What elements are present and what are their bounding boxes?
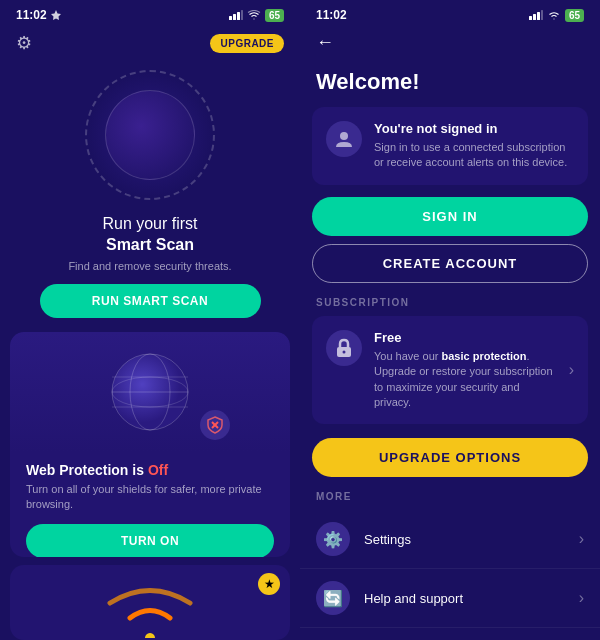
scan-section: Run your first Smart Scan Find and remov… (0, 60, 300, 332)
right-wifi-icon (547, 10, 561, 20)
left-time: 11:02 (16, 8, 47, 22)
scan-circle (85, 70, 215, 200)
menu-item-about[interactable]: 🛡️ About › (300, 628, 600, 640)
svg-rect-0 (229, 16, 232, 20)
web-protection-desc: Turn on all of your shields for safer, m… (26, 482, 274, 513)
help-icon: 🔄 (316, 581, 350, 615)
subscription-tier: Free (374, 330, 557, 345)
right-battery: 65 (565, 9, 584, 22)
menu-item-settings[interactable]: ⚙️ Settings › (300, 510, 600, 569)
subscription-chevron: › (569, 361, 574, 379)
more-section-label: MORE (300, 491, 600, 510)
subscription-section-label: SUBSCRIPTION (300, 297, 600, 316)
left-status-left: 11:02 (16, 8, 61, 22)
scan-subtitle: Find and remove security threats. (20, 260, 280, 272)
create-account-button[interactable]: CREATE ACCOUNT (312, 244, 588, 283)
menu-chevron: › (579, 589, 584, 607)
left-header: ⚙ UPGRADE (0, 26, 300, 60)
globe-container (10, 332, 290, 452)
scan-title: Run your first Smart Scan (20, 214, 280, 256)
upgrade-button[interactable]: UPGRADE (210, 34, 284, 53)
globe-icon (105, 347, 195, 437)
turn-on-button[interactable]: TURN ON (26, 524, 274, 557)
star-badge: ★ (258, 573, 280, 595)
menu-label: Help and support (364, 591, 565, 606)
settings-icon: ⚙️ (316, 522, 350, 556)
padlock-icon (335, 338, 353, 358)
wifi-icon (247, 10, 261, 20)
svg-rect-2 (237, 12, 240, 20)
shield-x-icon (206, 416, 224, 434)
subscription-description: You have our basic protection. Upgrade o… (374, 349, 557, 411)
sign-in-description: Sign in to use a connected subscription … (374, 140, 574, 171)
menu-item-help-and-support[interactable]: 🔄 Help and support › (300, 569, 600, 628)
svg-rect-1 (233, 14, 236, 20)
signal-icon (229, 10, 243, 20)
right-status-bar: 11:02 65 (300, 0, 600, 26)
web-protection-card: Web Protection is Off Turn on all of you… (10, 332, 290, 558)
wifi-waves-icon (70, 568, 230, 638)
svg-point-18 (343, 350, 346, 353)
not-signed-in-label: You're not signed in (374, 121, 574, 136)
left-battery: 65 (265, 9, 284, 22)
svg-rect-15 (541, 10, 543, 20)
svg-rect-13 (533, 14, 536, 20)
right-status-icons: 65 (529, 9, 584, 22)
wifi-card: ★ (10, 565, 290, 640)
user-icon (326, 121, 362, 157)
right-signal-icon (529, 10, 543, 20)
run-scan-button[interactable]: RUN SMART SCAN (40, 284, 261, 318)
scan-inner (105, 90, 195, 180)
svg-rect-14 (537, 12, 540, 20)
sign-in-card: You're not signed in Sign in to use a co… (312, 107, 588, 185)
welcome-title: Welcome! (300, 63, 600, 107)
subscription-text: Free You have our basic protection. Upgr… (374, 330, 557, 411)
user-avatar-icon (334, 129, 354, 149)
lock-icon (326, 330, 362, 366)
back-button[interactable]: ← (316, 32, 334, 52)
shield-badge (200, 410, 230, 440)
sign-in-text: You're not signed in Sign in to use a co… (374, 121, 574, 171)
web-protection-title: Web Protection is Off (26, 462, 274, 478)
menu-label: Settings (364, 532, 565, 547)
svg-rect-12 (529, 16, 532, 20)
menu-chevron: › (579, 530, 584, 548)
sign-in-button[interactable]: SIGN IN (312, 197, 588, 236)
svg-point-16 (340, 132, 348, 140)
location-icon (51, 10, 61, 20)
upgrade-options-button[interactable]: UPGRADE OPTIONS (312, 438, 588, 477)
left-status-right: 65 (229, 9, 284, 22)
right-time: 11:02 (316, 8, 347, 22)
right-header: ← (300, 26, 600, 63)
menu-list: ⚙️ Settings › 🔄 Help and support › 🛡️ Ab… (300, 510, 600, 640)
left-status-bar: 11:02 65 (0, 0, 300, 26)
web-protection-text: Web Protection is Off Turn on all of you… (10, 452, 290, 513)
right-panel: 11:02 65 ← Welcome! (300, 0, 600, 640)
subscription-card: Free You have our basic protection. Upgr… (312, 316, 588, 425)
settings-icon[interactable]: ⚙ (16, 32, 32, 54)
svg-rect-3 (241, 10, 243, 20)
left-panel: 11:02 65 ⚙ UPGRADE Run (0, 0, 300, 640)
